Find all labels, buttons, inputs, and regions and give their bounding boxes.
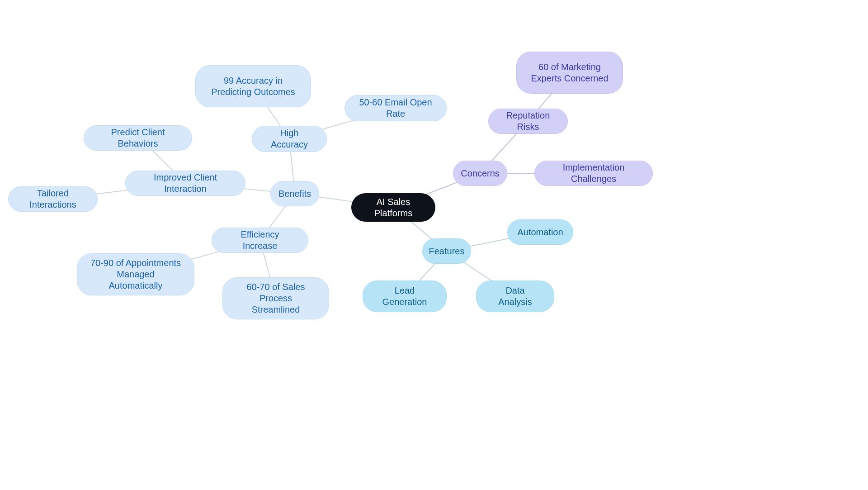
high-accuracy-node[interactable]: High Accuracy [252, 126, 327, 152]
efficiency-increase-node[interactable]: Efficiency Increase [212, 228, 308, 253]
concerns-node[interactable]: Concerns [453, 161, 507, 186]
reputation-risks-node[interactable]: Reputation Risks [488, 109, 568, 134]
tailored-interactions-node[interactable]: Tailored Interactions [8, 186, 98, 212]
experts-concerned-node[interactable]: 60 of Marketing Experts Concerned [516, 52, 623, 94]
root-node[interactable]: AI Sales Platforms [351, 193, 435, 222]
mindmap-canvas: AI Sales Platforms Benefits High Accurac… [0, 0, 868, 490]
benefits-node[interactable]: Benefits [270, 181, 319, 206]
streamlined-node[interactable]: 60-70 of Sales Process Streamlined [222, 277, 329, 319]
accuracy-99-node[interactable]: 99 Accuracy in Predicting Outcomes [195, 65, 311, 107]
lead-generation-node[interactable]: Lead Generation [363, 281, 447, 312]
client-interaction-node[interactable]: Improved Client Interaction [125, 171, 245, 196]
automation-node[interactable]: Automation [507, 219, 573, 245]
open-rate-node[interactable]: 50-60 Email Open Rate [344, 95, 447, 121]
data-analysis-node[interactable]: Data Analysis [476, 281, 554, 312]
features-node[interactable]: Features [422, 238, 471, 264]
predict-behaviors-node[interactable]: Predict Client Behaviors [84, 125, 192, 151]
implementation-challenges-node[interactable]: Implementation Challenges [534, 161, 653, 186]
appointments-node[interactable]: 70-90 of Appointments Managed Automatica… [77, 253, 194, 295]
